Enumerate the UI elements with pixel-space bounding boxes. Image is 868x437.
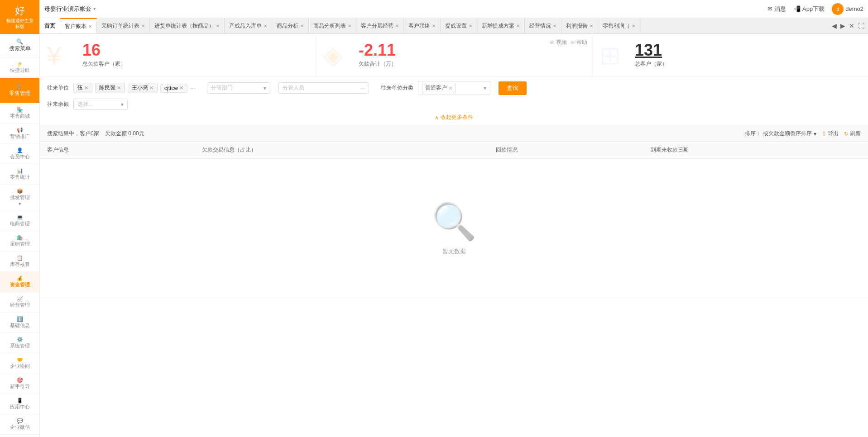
balance-select[interactable]: 选择... ▾ bbox=[73, 99, 128, 110]
sidebar-item-new-guide[interactable]: 🎯 新手引导 bbox=[0, 374, 39, 394]
close-tab-icon[interactable]: ✕ bbox=[141, 24, 145, 28]
close-tab-icon[interactable]: ✕ bbox=[516, 24, 520, 28]
message-button[interactable]: ✉ 消息 bbox=[767, 5, 786, 13]
close-tab-icon[interactable]: ✕ bbox=[590, 24, 593, 28]
sidebar-item-retail-stats[interactable]: 📊 零售统计 bbox=[0, 164, 39, 185]
tab-product-entry[interactable]: 产成品入库单 ✕ bbox=[225, 18, 272, 33]
tab-new-achievement[interactable]: 新增提成方案 ✕ bbox=[477, 18, 525, 33]
close-tab-icon[interactable]: ✕ bbox=[300, 24, 304, 28]
sidebar-item-operation[interactable]: 📈 经营管理 bbox=[0, 292, 39, 313]
remove-tag-chen[interactable]: ✕ bbox=[117, 85, 121, 91]
query-button[interactable]: 查询 bbox=[499, 81, 527, 95]
close-tab-icon[interactable]: ✕ bbox=[88, 24, 92, 29]
sidebar-item-label: 电商管理 bbox=[2, 220, 38, 227]
tab-home[interactable]: 首页 bbox=[40, 18, 60, 33]
close-tab-icon[interactable]: ✕ bbox=[553, 24, 556, 28]
stat-value-debt-total: -2.11 bbox=[359, 42, 397, 58]
sidebar-item-retail-mgmt[interactable]: 🛒 零售管理 bbox=[0, 78, 39, 103]
sidebar-item-label: 基础信息 bbox=[2, 322, 38, 329]
tab-profit-report[interactable]: 利润报告 ✕ bbox=[561, 18, 598, 33]
col-customer-info: 客户信息 bbox=[40, 142, 195, 159]
close-tab-icon[interactable]: ✕ bbox=[348, 24, 351, 28]
person-select[interactable]: 分管人员 ··· bbox=[278, 82, 369, 94]
tab-submit-settings[interactable]: 提成设置 ✕ bbox=[441, 18, 477, 33]
sidebar-item-ecommerce[interactable]: 💻 电商管理 bbox=[0, 211, 39, 231]
topbar: 母婴行业演示帐套 ▾ ✉ 消息 📲 App下载 d demo2 bbox=[40, 0, 868, 18]
tab-purchase-order[interactable]: 采购订单统计表 ✕ bbox=[97, 18, 150, 33]
export-button[interactable]: ⇧ 导出 bbox=[822, 130, 839, 138]
download-icon: 📲 bbox=[793, 5, 801, 12]
sidebar-item-purchase[interactable]: 🛍️ 采购管理 bbox=[0, 231, 39, 252]
tab-maximize-icon[interactable]: ⛶ bbox=[857, 21, 865, 30]
sidebar-item-basic-info[interactable]: ℹ️ 基础信息 bbox=[0, 313, 39, 333]
col-overdue-date: 到期未收款日期 bbox=[643, 142, 868, 159]
sidebar-item-retail-shop[interactable]: 🏪 零售商城 bbox=[0, 103, 39, 124]
sidebar-item-search[interactable]: 🔍 搜索菜单 bbox=[0, 34, 39, 57]
sidebar-item-batch-mgmt[interactable]: 📦 批发管理 ▾ bbox=[0, 185, 39, 211]
tab-prev-icon[interactable]: ◀ bbox=[831, 21, 838, 30]
sidebar-item-member[interactable]: 👤 会员中心 bbox=[0, 144, 39, 164]
user-menu[interactable]: d demo2 bbox=[832, 3, 863, 15]
logo-icon: 好 bbox=[3, 5, 37, 18]
sidebar-item-inventory[interactable]: 📋 库存核算 bbox=[0, 252, 39, 272]
tab-retail-profit[interactable]: 零售利润（ ✕ bbox=[598, 18, 640, 33]
close-tab-icon[interactable]: ✕ bbox=[432, 24, 436, 28]
balance-chevron-down-icon: ▾ bbox=[121, 101, 124, 108]
close-tab-icon[interactable]: ✕ bbox=[264, 24, 267, 28]
help-helper[interactable]: ⊙ 帮助 bbox=[571, 38, 587, 46]
retail-shop-icon: 🏪 bbox=[2, 107, 38, 113]
tab-label: 客户分层经营 bbox=[361, 22, 393, 30]
tab-label: 客户账本 bbox=[65, 23, 86, 30]
app-download-button[interactable]: 📲 App下载 bbox=[793, 5, 825, 13]
remove-tag-cjttcw[interactable]: ✕ bbox=[179, 85, 183, 91]
filter-tag-cjttcw: cjttcw ✕ bbox=[160, 84, 187, 93]
filter-tag-wang: 王小亮 ✕ bbox=[128, 83, 158, 93]
tab-close-all-icon[interactable]: ✕ bbox=[848, 21, 855, 30]
sidebar-item-finance[interactable]: 💰 资金管理 bbox=[0, 272, 39, 292]
new-guide-icon: 🎯 bbox=[2, 377, 38, 383]
stat-info2: -2.11 欠款合计（万） bbox=[359, 42, 397, 68]
person-placeholder: 分管人员 bbox=[283, 84, 304, 92]
remove-tag-wang[interactable]: ✕ bbox=[149, 85, 153, 91]
close-tab-icon[interactable]: ✕ bbox=[216, 24, 220, 28]
tab-product-analysis[interactable]: 商品分析 ✕ bbox=[272, 18, 309, 33]
sidebar-item-quick-nav[interactable]: ⚡ 快捷导航 bbox=[0, 57, 39, 78]
tab-next-icon[interactable]: ▶ bbox=[839, 21, 846, 30]
sidebar-item-sys-mgmt[interactable]: ⚙️ 系统管理 bbox=[0, 333, 39, 353]
purchase-icon: 🛍️ bbox=[2, 235, 38, 241]
sidebar-item-pro-member[interactable]: ⭐ 畅会员 bbox=[0, 435, 39, 437]
close-tab-icon[interactable]: ✕ bbox=[469, 24, 472, 28]
sidebar-item-app-center[interactable]: 📱 应用中心 bbox=[0, 394, 39, 414]
stat-info3: 131 总客户（家） bbox=[635, 42, 667, 68]
tab-label: 首页 bbox=[44, 22, 55, 30]
video-helper[interactable]: ⊙ 视频 bbox=[550, 38, 566, 46]
dept-select[interactable]: 分管部门 ▾ bbox=[207, 82, 270, 94]
sidebar-item-marketing[interactable]: 📢 营销推广 bbox=[0, 124, 39, 144]
tab-operation[interactable]: 经营情况 ✕ bbox=[525, 18, 561, 33]
tab-purchase-stats[interactable]: 进货单统计表（按商品） ✕ bbox=[150, 18, 225, 33]
tab-customer-tier[interactable]: 客户分层经营 ✕ bbox=[356, 18, 404, 33]
stat-info: 16 总欠款客户（家） bbox=[82, 42, 126, 68]
sidebar-item-enterprise-wechat[interactable]: 💬 企业微信 bbox=[0, 414, 39, 435]
unit-type-select[interactable]: 普通客户 ✕ ▾ bbox=[418, 81, 490, 95]
tab-product-analysis-list[interactable]: 商品分析列表 ✕ bbox=[309, 18, 356, 33]
stat-label-total-customers: 总客户（家） bbox=[635, 60, 667, 68]
tab-customer-book[interactable]: 客户账本 ✕ bbox=[60, 18, 97, 33]
collapse-button[interactable]: ∧ 收起更多条件 bbox=[47, 114, 861, 121]
col-debt-info: 欠款交易信息（占比） bbox=[195, 142, 489, 159]
filter-more-btn[interactable]: ··· bbox=[190, 85, 195, 91]
tab-label: 客户联络 bbox=[408, 22, 430, 30]
close-tab-icon[interactable]: ✕ bbox=[632, 24, 635, 28]
sort-select[interactable]: 排序： 按欠款金额倒序排序 ▾ bbox=[745, 130, 816, 138]
account-selector[interactable]: 母婴行业演示帐套 ▾ bbox=[44, 5, 96, 13]
remove-tag-wu[interactable]: ✕ bbox=[84, 85, 88, 91]
tab-customer-contact[interactable]: 客户联络 ✕ bbox=[404, 18, 441, 33]
col-repayment: 回款情况 bbox=[489, 142, 643, 159]
refresh-button[interactable]: ↻ 刷新 bbox=[844, 130, 861, 138]
operation-icon: 📈 bbox=[2, 296, 38, 302]
close-tab-icon[interactable]: ✕ bbox=[395, 24, 399, 28]
sort-label: 排序： bbox=[745, 130, 761, 138]
stat-total-customers: ⊞ 131 总客户（家） bbox=[592, 34, 868, 76]
sidebar-item-enterprise[interactable]: 🤝 企业协同 bbox=[0, 353, 39, 374]
remove-unit-type-tag[interactable]: ✕ bbox=[448, 85, 453, 91]
